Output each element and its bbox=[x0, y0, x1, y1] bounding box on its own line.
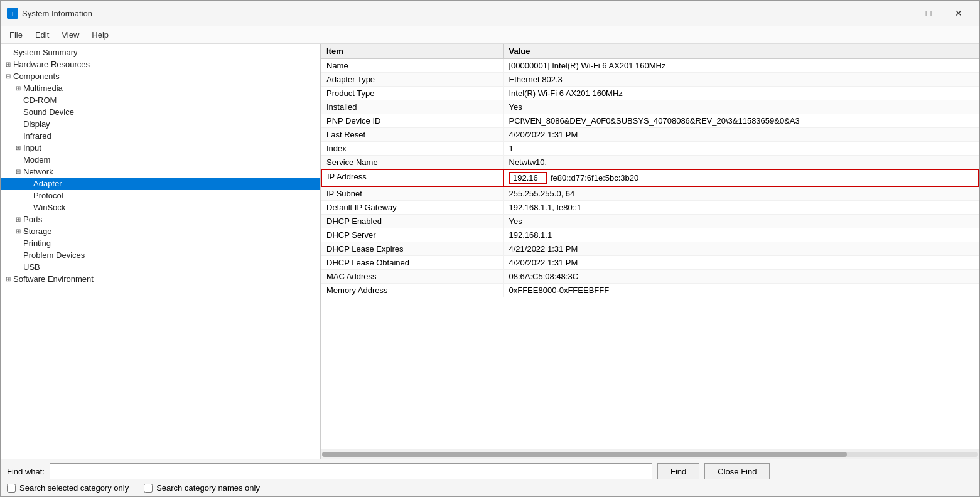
sidebar-item-label: CD-ROM bbox=[23, 95, 57, 105]
sidebar-item-problem-devices[interactable]: Problem Devices bbox=[1, 249, 320, 261]
cell-value: 0xFFEE8000-0xFFEEBFFF bbox=[503, 284, 979, 297]
find-input[interactable] bbox=[50, 463, 652, 479]
sidebar-item-label: Display bbox=[23, 119, 50, 129]
cell-item: Adapter Type bbox=[321, 73, 503, 87]
sidebar-item-label: Modem bbox=[23, 155, 50, 164]
table-row: DHCP EnabledYes bbox=[321, 215, 979, 228]
cell-value: 1 bbox=[503, 142, 979, 156]
search-names-checkbox[interactable] bbox=[144, 484, 153, 493]
horizontal-scrollbar[interactable] bbox=[322, 452, 978, 457]
cell-value: Yes bbox=[503, 100, 979, 114]
find-button[interactable]: Find bbox=[657, 463, 699, 479]
sidebar-item-label: Adapter bbox=[33, 179, 62, 188]
table-row: DHCP Lease Obtained4/20/2022 1:31 PM bbox=[321, 256, 979, 270]
sidebar-item-label: Infrared bbox=[23, 131, 51, 141]
minimize-button[interactable]: — bbox=[884, 4, 913, 22]
sidebar-item-label: USB bbox=[23, 262, 40, 272]
sidebar-item-label: Software Environment bbox=[13, 274, 94, 284]
sidebar-item-printing[interactable]: Printing bbox=[1, 237, 320, 249]
cell-value: 08:6A:C5:08:48:3C bbox=[503, 270, 979, 284]
sidebar-item-adapter[interactable]: Adapter bbox=[1, 178, 320, 190]
sidebar-item-modem[interactable]: Modem bbox=[1, 154, 320, 166]
sidebar-item-label: Printing bbox=[23, 238, 51, 248]
search-selected-checkbox[interactable] bbox=[7, 484, 16, 493]
cell-item: IP Subnet bbox=[321, 186, 503, 201]
sidebar-item-label: Problem Devices bbox=[23, 250, 85, 260]
close-find-button[interactable]: Close Find bbox=[704, 463, 770, 479]
maximize-button[interactable]: □ bbox=[914, 4, 943, 22]
cell-item: Installed bbox=[321, 100, 503, 114]
menu-edit[interactable]: Edit bbox=[29, 28, 55, 42]
sidebar-item-display[interactable]: Display bbox=[1, 118, 320, 130]
sidebar-item-system-summary[interactable]: System Summary bbox=[1, 46, 320, 58]
sidebar-tree[interactable]: System Summary⊞Hardware Resources⊟Compon… bbox=[1, 44, 321, 459]
checkbox-row: Search selected category only Search cat… bbox=[7, 483, 973, 493]
content-area: Item Value Name[00000001] Intel(R) Wi-Fi… bbox=[321, 44, 979, 459]
cell-value: 4/20/2022 1:31 PM bbox=[503, 256, 979, 270]
search-names-label[interactable]: Search category names only bbox=[144, 483, 260, 493]
sidebar-item-input[interactable]: ⊞Input bbox=[1, 142, 320, 154]
table-row: InstalledYes bbox=[321, 100, 979, 114]
sidebar-item-components[interactable]: ⊟Components bbox=[1, 70, 320, 82]
sidebar-item-winsock[interactable]: WinSock bbox=[1, 201, 320, 213]
sidebar-item-cd-rom[interactable]: CD-ROM bbox=[1, 94, 320, 106]
expand-icon: ⊞ bbox=[3, 61, 13, 68]
cell-item: Default IP Gateway bbox=[321, 201, 503, 215]
close-button[interactable]: ✕ bbox=[944, 4, 973, 22]
table-row: MAC Address08:6A:C5:08:48:3C bbox=[321, 270, 979, 284]
cell-value: 192.168.1.1, fe80::1 bbox=[503, 201, 979, 215]
sidebar-item-label: Storage bbox=[23, 227, 52, 236]
column-header-item: Item bbox=[321, 44, 503, 59]
table-row: Adapter TypeEthernet 802.3 bbox=[321, 73, 979, 87]
cell-value: 4/20/2022 1:31 PM bbox=[503, 128, 979, 142]
sidebar-item-usb[interactable]: USB bbox=[1, 261, 320, 273]
menu-file[interactable]: File bbox=[3, 28, 29, 42]
scrollbar-thumb[interactable] bbox=[322, 452, 847, 457]
sidebar-item-multimedia[interactable]: ⊞Multimedia bbox=[1, 82, 320, 94]
table-row: IP Subnet255.255.255.0, 64 bbox=[321, 186, 979, 201]
sidebar-item-infrared[interactable]: Infrared bbox=[1, 130, 320, 142]
cell-item: Last Reset bbox=[321, 128, 503, 142]
cell-item: DHCP Server bbox=[321, 228, 503, 242]
table-row: Product TypeIntel(R) Wi-Fi 6 AX201 160MH… bbox=[321, 87, 979, 100]
data-table: Item Value Name[00000001] Intel(R) Wi-Fi… bbox=[321, 44, 979, 449]
expand-icon: ⊟ bbox=[13, 168, 23, 175]
menu-help[interactable]: Help bbox=[85, 28, 115, 42]
table-row: Default IP Gateway192.168.1.1, fe80::1 bbox=[321, 201, 979, 215]
cell-value: PCI\VEN_8086&DEV_A0F0&SUBSYS_40708086&RE… bbox=[503, 114, 979, 128]
menu-view[interactable]: View bbox=[55, 28, 85, 42]
sidebar-item-software-environment[interactable]: ⊞Software Environment bbox=[1, 273, 320, 285]
sidebar-item-label: Network bbox=[23, 167, 53, 176]
sidebar-item-label: Ports bbox=[23, 215, 42, 224]
cell-value: [00000001] Intel(R) Wi-Fi 6 AX201 160MHz bbox=[503, 59, 979, 73]
sidebar-item-label: Input bbox=[23, 143, 41, 152]
cell-value: 192.16fe80::d77:6f1e:5bc:3b20 bbox=[503, 169, 979, 186]
sidebar-item-protocol[interactable]: Protocol bbox=[1, 190, 320, 201]
sidebar-item-sound-device[interactable]: Sound Device bbox=[1, 106, 320, 118]
ip-highlight-box: 192.16 bbox=[509, 172, 547, 184]
sidebar-item-hardware-resources[interactable]: ⊞Hardware Resources bbox=[1, 58, 320, 70]
cell-value: Ethernet 802.3 bbox=[503, 73, 979, 87]
sidebar-item-ports[interactable]: ⊞Ports bbox=[1, 213, 320, 225]
sidebar-item-network[interactable]: ⊟Network bbox=[1, 166, 320, 178]
info-table: Item Value Name[00000001] Intel(R) Wi-Fi… bbox=[321, 44, 979, 297]
sidebar-item-label: Sound Device bbox=[23, 107, 74, 117]
search-selected-label[interactable]: Search selected category only bbox=[7, 483, 129, 493]
sidebar-item-label: Hardware Resources bbox=[13, 60, 90, 69]
sidebar-item-label: WinSock bbox=[33, 203, 65, 212]
search-selected-text: Search selected category only bbox=[19, 483, 129, 493]
sidebar-item-label: System Summary bbox=[13, 48, 78, 57]
table-row: Service NameNetwtw10. bbox=[321, 156, 979, 170]
window-title: System Information bbox=[22, 9, 884, 18]
cell-value: Netwtw10. bbox=[503, 156, 979, 170]
title-bar: i System Information — □ ✕ bbox=[1, 1, 979, 26]
horizontal-scrollbar-container bbox=[321, 449, 979, 459]
table-row: DHCP Lease Expires4/21/2022 1:31 PM bbox=[321, 242, 979, 256]
sidebar-item-label: Multimedia bbox=[23, 83, 63, 93]
table-row: DHCP Server192.168.1.1 bbox=[321, 228, 979, 242]
sidebar-item-storage[interactable]: ⊞Storage bbox=[1, 225, 320, 237]
sidebar-item-label: Protocol bbox=[33, 191, 63, 200]
cell-item: DHCP Lease Obtained bbox=[321, 256, 503, 270]
cell-value: 192.168.1.1 bbox=[503, 228, 979, 242]
find-area: Find what: Find Close Find Search select… bbox=[1, 459, 979, 496]
